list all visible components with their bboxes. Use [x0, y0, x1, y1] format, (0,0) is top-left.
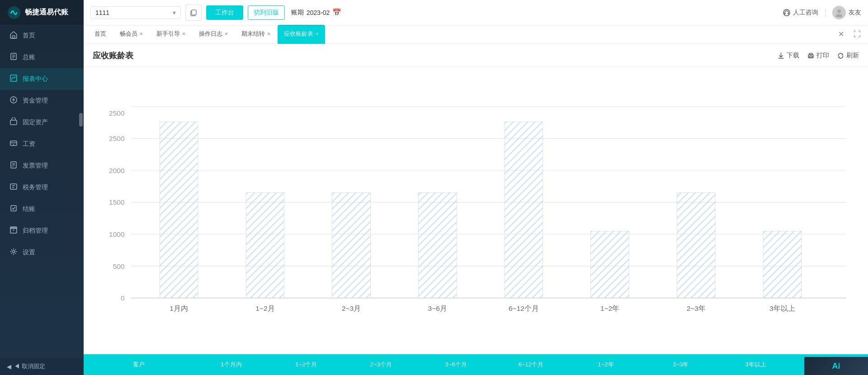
tab-label: 操作日志 [199, 30, 222, 38]
svg-text:6~12个月: 6~12个月 [509, 305, 539, 312]
svg-rect-55 [418, 193, 457, 298]
th-1个月内: 1个月内 [194, 361, 269, 369]
svg-rect-33 [809, 56, 812, 58]
svg-rect-28 [788, 13, 789, 14]
copy-icon[interactable] [185, 5, 202, 21]
svg-point-26 [783, 9, 790, 16]
th-6~12个月: 6~12个月 [493, 361, 568, 369]
tab-操作日志[interactable]: 操作日志 × [193, 25, 234, 44]
sidebar-item-工资[interactable]: 工资 [0, 133, 84, 155]
tab-畅会员[interactable]: 畅会员 × [113, 25, 149, 44]
nav-label: 报表中心 [23, 75, 48, 83]
svg-text:1月内: 1月内 [170, 305, 188, 312]
content-area: 应收账龄表 下载 打印 [84, 44, 868, 375]
tab-首页[interactable]: 首页 [88, 25, 113, 44]
sidebar-item-税务管理[interactable]: 税务管理 [0, 177, 84, 198]
svg-rect-25 [192, 10, 196, 15]
svg-rect-32 [809, 53, 812, 55]
print-button[interactable]: 打印 [807, 52, 829, 60]
svg-rect-49 [160, 122, 198, 298]
nav-label: 固定资产 [23, 118, 48, 127]
user-name: 友友 [849, 9, 861, 17]
sidebar: 畅捷通易代账 首页 总账 报表中心 资金管理 固定资产 工资 发票管理 税务管理 [0, 0, 84, 375]
sidebar-item-结账[interactable]: 结账 [0, 198, 84, 220]
svg-text:1500: 1500 [109, 198, 125, 206]
main-area: 1111 ▾ 工作台 切到旧版 账期 2023-02 📅 [84, 0, 868, 375]
sidebar-item-归档管理[interactable]: 归档管理 [0, 220, 84, 242]
nav-label: 总账 [23, 53, 35, 61]
svg-point-29 [837, 9, 841, 13]
download-label: 下载 [787, 52, 799, 60]
chart-svg-area: 0 500 1000 1500 2000 2500 2500 1 [93, 76, 859, 354]
tab-label: 首页 [94, 30, 106, 38]
nav-icon-报表中心 [9, 74, 18, 84]
svg-rect-57 [505, 122, 543, 298]
chart-container: 0 500 1000 1500 2000 2500 2500 1 [84, 67, 868, 354]
svg-point-13 [13, 144, 14, 145]
switch-version-button[interactable]: 切到旧版 [248, 5, 285, 20]
svg-point-30 [836, 14, 842, 17]
svg-text:3~6月: 3~6月 [428, 305, 447, 312]
sidebar-item-发票管理[interactable]: 发票管理 [0, 155, 84, 177]
nav-icon-工资 [9, 139, 18, 149]
svg-rect-61 [677, 193, 715, 298]
th-2~3年: 2~3年 [643, 361, 718, 369]
maximize-button[interactable]: ⛶ [851, 28, 863, 41]
svg-text:1~2年: 1~2年 [600, 305, 619, 312]
svg-rect-59 [591, 231, 629, 298]
tab-期末结转[interactable]: 期末结转 × [235, 25, 277, 44]
nav-label: 发票管理 [23, 162, 48, 170]
workbench-button[interactable]: 工作台 [206, 5, 243, 20]
sidebar-collapse-btn[interactable]: ◀ ◀︎ 取消固定 [0, 358, 84, 375]
nav-icon-总账 [9, 52, 18, 62]
period-area: 账期 2023-02 📅 [291, 8, 341, 17]
svg-rect-63 [763, 231, 802, 298]
sidebar-scroll: 首页 总账 报表中心 资金管理 固定资产 工资 发票管理 税务管理 结账 归 [0, 25, 84, 358]
sidebar-item-固定资产[interactable]: 固定资产 [0, 112, 84, 133]
tab-close-icon[interactable]: × [182, 31, 185, 37]
tab-label: 畅会员 [120, 30, 137, 38]
tab-close-icon[interactable]: × [316, 31, 319, 37]
ai-badge[interactable]: Ai [804, 357, 868, 375]
print-label: 打印 [816, 52, 829, 60]
bar-chart-svg: 0 500 1000 1500 2000 2500 2500 1 [93, 76, 859, 354]
tab-close-icon[interactable]: × [225, 31, 228, 37]
company-selector[interactable]: 1111 ▾ [90, 6, 181, 19]
sidebar-item-首页[interactable]: 首页 [0, 25, 84, 47]
sidebar-item-资金管理[interactable]: 资金管理 [0, 90, 84, 112]
th-客户: 客户 [84, 361, 194, 369]
app-name: 畅捷通易代账 [25, 8, 68, 17]
headset-icon [783, 9, 791, 17]
calendar-icon[interactable]: 📅 [332, 8, 341, 17]
tab-新手引导[interactable]: 新手引导 × [150, 25, 192, 44]
svg-rect-53 [332, 193, 371, 298]
tab-label: 应收账龄表 [284, 30, 313, 38]
svg-rect-51 [246, 193, 284, 298]
tab-close-icon[interactable]: × [140, 31, 143, 37]
nav-label: 设置 [23, 248, 35, 257]
period-label: 账期 [291, 9, 304, 17]
download-button[interactable]: 下载 [778, 52, 799, 60]
period-value: 2023-02 [307, 9, 330, 16]
nav-label: 税务管理 [23, 183, 48, 192]
tabs-bar: 首页畅会员 ×新手引导 ×操作日志 ×期末结转 ×应收账龄表 × ✕ ⛶ [84, 25, 868, 44]
svg-text:2000: 2000 [109, 167, 125, 174]
support-button[interactable]: 人工咨询 [783, 9, 818, 17]
th-3~6个月: 3~6个月 [419, 361, 494, 369]
sidebar-item-总账[interactable]: 总账 [0, 47, 84, 68]
tab-close-icon[interactable]: × [267, 31, 270, 37]
download-icon [778, 52, 784, 59]
support-label: 人工咨询 [793, 9, 818, 17]
user-menu[interactable]: 友友 [832, 6, 861, 19]
avatar [832, 6, 846, 19]
print-icon [807, 52, 814, 59]
sidebar-item-设置[interactable]: 设置 [0, 242, 84, 263]
close-all-tabs-button[interactable]: ✕ [835, 28, 847, 41]
nav-icon-设置 [9, 248, 18, 258]
refresh-button[interactable]: 刷新 [837, 52, 859, 60]
sidebar-item-报表中心[interactable]: 报表中心 [0, 68, 84, 90]
ai-label: Ai [832, 361, 840, 371]
th-3年以上: 3年以上 [718, 361, 793, 369]
tabs-right: ✕ ⛶ [835, 28, 863, 41]
tab-应收账龄表[interactable]: 应收账龄表 × [278, 25, 325, 44]
